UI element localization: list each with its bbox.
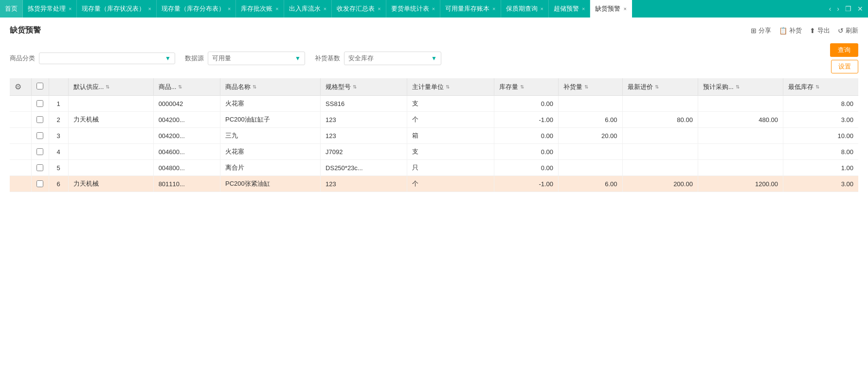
nav-item-close-shortage[interactable]: × (623, 6, 626, 12)
replenish-base-select[interactable]: 安全库存 ▼ (344, 52, 441, 65)
nav-item-stock-dist[interactable]: 现存量（库存分布表）× (157, 0, 236, 18)
row-checkbox-1[interactable] (36, 116, 43, 123)
table-row: 2 力天机械 004200... PC200油缸缸子 123 个 -1.00 6… (10, 112, 858, 128)
th-min-stock: 最低库存 ⇅ (783, 78, 858, 96)
nav-controls: ‹ › ❐ ✕ (824, 4, 868, 14)
th-spec: 规格型号 ⇅ (321, 78, 407, 96)
nav-item-close-expiry[interactable]: × (541, 6, 543, 12)
nav-item-shortage[interactable]: 缺货预警× (590, 0, 632, 18)
th-check (31, 78, 49, 96)
row-min-stock-0: 8.00 (783, 96, 858, 112)
nav-item-close-stock-status[interactable]: × (148, 6, 151, 12)
datasource-select[interactable]: 可用量 ▼ (208, 52, 305, 65)
table-row: 5 004800... 离合片 DS250*23c... 只 0.00 1.00 (10, 160, 858, 176)
gear-icon[interactable]: ⚙ (15, 83, 21, 91)
nav-item-inout-flow[interactable]: 出入库流水× (284, 0, 332, 18)
row-unit-5: 个 (407, 176, 494, 192)
nav-item-available-ledger[interactable]: 可用量库存账本× (440, 0, 501, 18)
row-unit-3: 支 (407, 144, 494, 160)
row-unit-2: 箱 (407, 128, 494, 144)
export-action[interactable]: ⬆ 导出 (810, 26, 830, 35)
nav-close-btn[interactable]: ✕ (855, 4, 865, 14)
nav-item-close-stock-dist[interactable]: × (228, 6, 231, 12)
nav-item-close-order-stats[interactable]: × (432, 6, 435, 12)
th-replenish-qty-sort-icon[interactable]: ⇅ (584, 84, 588, 89)
query-button[interactable]: 查询 (830, 43, 858, 57)
nav-item-abnormal[interactable]: 拣货异常处理× (23, 0, 77, 18)
nav-prev-btn[interactable]: ‹ (827, 4, 833, 14)
row-gear-3 (10, 144, 31, 160)
th-est-purchase: 预计采购... ⇅ (698, 78, 783, 96)
settings-button[interactable]: 设置 (831, 60, 858, 73)
category-filter-group: 商品分类 ▼ (10, 53, 175, 64)
nav-restore-btn[interactable]: ❐ (843, 4, 853, 14)
th-item-name-sort-icon[interactable]: ⇅ (253, 84, 256, 89)
share-icon: ⊞ (751, 27, 757, 35)
row-check-3 (31, 144, 49, 160)
share-action[interactable]: ⊞ 分享 (751, 26, 771, 35)
nav-item-order-stats[interactable]: 要货单统计表× (386, 0, 440, 18)
nav-item-close-available-ledger[interactable]: × (492, 6, 495, 12)
row-unit-0: 支 (407, 96, 494, 112)
select-all-checkbox[interactable] (36, 83, 43, 89)
export-label: 导出 (817, 26, 830, 35)
nav-item-close-abnormal[interactable]: × (69, 6, 72, 12)
th-item-code-sort-icon[interactable]: ⇅ (178, 84, 182, 89)
row-checkbox-2[interactable] (36, 132, 43, 139)
row-min-stock-4: 1.00 (783, 160, 858, 176)
th-unit-label: 主计量单位 (412, 83, 444, 91)
nav-item-label: 首页 (5, 4, 18, 13)
row-checkbox-4[interactable] (36, 164, 43, 171)
category-select[interactable]: ▼ (39, 53, 175, 64)
nav-item-receipt-summary[interactable]: 收发存汇总表× (332, 0, 386, 18)
row-item-name-2: 三九 (220, 128, 321, 144)
nav-item-expiry[interactable]: 保质期查询× (501, 0, 549, 18)
row-est-purchase-0 (698, 96, 783, 112)
th-item-name-label: 商品名称 (225, 83, 251, 91)
row-est-purchase-2 (698, 128, 783, 144)
th-latest-price-sort-icon[interactable]: ⇅ (655, 84, 659, 89)
nav-item-label: 收发存汇总表 (337, 4, 375, 13)
row-gear-2 (10, 128, 31, 144)
row-checkbox-3[interactable] (36, 148, 43, 155)
replenish-action[interactable]: 📋 补货 (779, 26, 802, 35)
nav-item-label: 现存量（库存分布表） (162, 4, 225, 13)
nav-item-close-batch-account[interactable]: × (275, 6, 278, 12)
nav-item-home[interactable]: 首页 (0, 0, 23, 18)
row-spec-1: 123 (321, 112, 407, 128)
th-unit-sort-icon[interactable]: ⇅ (446, 84, 450, 89)
nav-item-close-overstock[interactable]: × (582, 6, 585, 12)
nav-item-close-inout-flow[interactable]: × (324, 6, 326, 12)
th-supplier-sort-icon[interactable]: ⇅ (106, 84, 109, 89)
th-spec-label: 规格型号 (326, 83, 351, 91)
row-est-purchase-5: 1200.00 (698, 176, 783, 192)
th-spec-sort-icon[interactable]: ⇅ (353, 84, 357, 89)
row-supplier-5: 力天机械 (68, 176, 153, 192)
nav-next-btn[interactable]: › (835, 4, 841, 14)
row-est-purchase-3 (698, 144, 783, 160)
th-min-stock-sort-icon[interactable]: ⇅ (815, 84, 819, 89)
refresh-action[interactable]: ↺ 刷新 (838, 26, 858, 35)
replenish-base-dropdown-arrow: ▼ (431, 55, 437, 62)
refresh-label: 刷新 (846, 26, 858, 35)
th-est-purchase-sort-icon[interactable]: ⇅ (736, 84, 740, 89)
row-supplier-1: 力天机械 (68, 112, 153, 128)
table-header-row: ⚙ 默认供应... ⇅ 商品... ⇅ (10, 78, 858, 96)
nav-item-stock-status[interactable]: 现存量（库存状况表）× (77, 0, 156, 18)
nav-item-overstock[interactable]: 超储预警× (549, 0, 590, 18)
row-spec-3: J7092 (321, 144, 407, 160)
th-supplier: 默认供应... ⇅ (68, 78, 153, 96)
nav-item-close-receipt-summary[interactable]: × (378, 6, 380, 12)
th-gear: ⚙ (10, 78, 31, 96)
replenish-base-filter-group: 补货基数 安全库存 ▼ (315, 52, 441, 65)
row-checkbox-5[interactable] (36, 180, 43, 187)
row-latest-price-4 (622, 160, 698, 176)
nav-item-label: 出入库流水 (289, 4, 321, 13)
row-item-name-5: PC200张紧油缸 (220, 176, 321, 192)
datasource-dropdown-arrow: ▼ (295, 55, 301, 62)
row-gear-1 (10, 112, 31, 128)
export-icon: ⬆ (810, 27, 815, 35)
nav-item-batch-account[interactable]: 库存批次账× (236, 0, 284, 18)
th-stock-sort-icon[interactable]: ⇅ (520, 84, 524, 89)
row-checkbox-0[interactable] (36, 100, 43, 107)
